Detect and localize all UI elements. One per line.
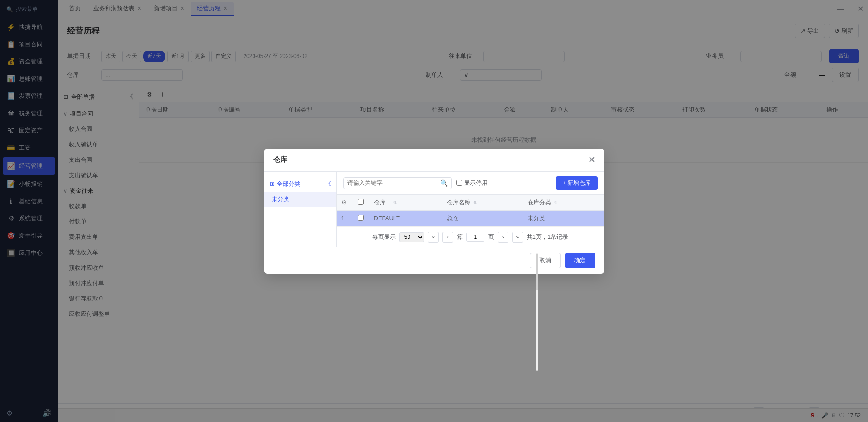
row-select-checkbox[interactable]	[358, 215, 364, 221]
th-category: 仓库分类 ⇅	[523, 195, 604, 211]
modal-toolbar: 🔍 显示停用 + 新增仓库	[337, 172, 604, 195]
modal-page-size-label: 每页显示	[372, 233, 396, 241]
warehouse-modal: 仓库 ✕ ⊞ 全部分类 《 未分类	[264, 149, 604, 274]
show-disabled-checkbox[interactable]	[456, 180, 462, 186]
add-warehouse-button[interactable]: + 新增仓库	[556, 176, 597, 190]
modal-left-header: ⊞ 全部分类 《	[264, 176, 336, 192]
modal-table-head: ⚙ 仓库... ⇅ 仓库名称 ⇅	[337, 195, 604, 211]
th-name-label: 仓库名称	[447, 199, 470, 206]
row-name: 总仓	[442, 210, 523, 226]
th-checkbox	[353, 195, 369, 211]
modal-header: 仓库 ✕	[264, 149, 604, 172]
modal-page-suffix: 页	[488, 233, 494, 241]
modal-footer: 取消 确定	[264, 247, 604, 274]
modal-overlay: 仓库 ✕ ⊞ 全部分类 《 未分类	[0, 0, 868, 422]
cancel-button[interactable]: 取消	[530, 253, 561, 268]
modal-right-panel: 🔍 显示停用 + 新增仓库 ⚙	[337, 172, 604, 247]
modal-next-btn[interactable]: ›	[498, 232, 508, 243]
th-category-label: 仓库分类	[528, 199, 551, 206]
modal-page-label: 算	[457, 233, 463, 241]
row-seq: 1	[337, 210, 353, 226]
row-category: 未分类	[523, 210, 604, 226]
th-code-label: 仓库...	[374, 199, 391, 206]
row-checkbox	[353, 210, 369, 226]
th-code: 仓库... ⇅	[369, 195, 442, 211]
modal-select-all[interactable]	[358, 199, 364, 205]
modal-body: ⊞ 全部分类 《 未分类 🔍	[264, 172, 604, 247]
modal-prev-btn[interactable]: ‹	[442, 232, 453, 243]
modal-first-btn[interactable]: «	[428, 232, 439, 243]
confirm-button[interactable]: 确定	[565, 253, 595, 268]
modal-page-input[interactable]	[466, 233, 484, 242]
show-disabled-label[interactable]: 显示停用	[456, 179, 488, 187]
modal-search-input[interactable]	[347, 179, 440, 186]
modal-left-collapse[interactable]: 《	[325, 180, 331, 188]
table-row[interactable]: 1 DEFAULT 总仓 未分类	[337, 210, 604, 226]
th-name: 仓库名称 ⇅	[442, 195, 523, 211]
uncategorized-item[interactable]: 未分类	[264, 192, 336, 207]
modal-title: 仓库	[273, 155, 287, 164]
modal-left-panel: ⊞ 全部分类 《 未分类	[264, 172, 337, 247]
modal-table: ⚙ 仓库... ⇅ 仓库名称 ⇅	[337, 195, 604, 227]
modal-search-icon: 🔍	[440, 179, 448, 187]
modal-pagination: 每页显示 50 100 « ‹ 算 页 › » 共1页，1条记录	[337, 227, 604, 247]
modal-last-btn[interactable]: »	[512, 232, 523, 243]
all-category-label[interactable]: 全部分类	[277, 180, 300, 188]
modal-total-text: 共1页，1条记录	[527, 233, 568, 241]
grid-small-icon: ⊞	[270, 180, 275, 187]
modal-table-area: ⚙ 仓库... ⇅ 仓库名称 ⇅	[337, 195, 604, 227]
row-code: DEFAULT	[369, 210, 442, 226]
sort-icon-name: ⇅	[473, 200, 477, 205]
sort-icon-category: ⇅	[554, 200, 557, 205]
modal-page-size-select[interactable]: 50 100	[399, 232, 424, 242]
sort-icon-code: ⇅	[393, 200, 397, 205]
modal-close-button[interactable]: ✕	[588, 155, 595, 165]
th-settings: ⚙	[337, 195, 353, 211]
modal-search-box: 🔍	[343, 177, 452, 189]
show-disabled-text: 显示停用	[464, 179, 488, 187]
